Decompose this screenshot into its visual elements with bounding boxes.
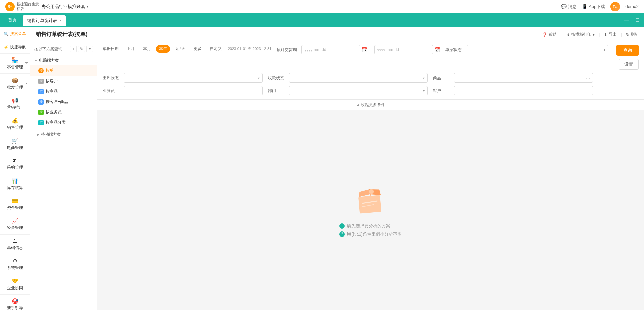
out-status-label: 出库状态	[103, 75, 121, 81]
sidebar-item-operations[interactable]: 📈 经营管理	[0, 214, 30, 235]
logo-icon: 好	[5, 2, 15, 11]
customer-select[interactable]: ···	[454, 86, 593, 95]
sidebar-item-marketing[interactable]: 📢 营销推广	[0, 94, 30, 114]
operations-icon: 📈	[12, 218, 18, 224]
receive-status-select[interactable]: ▾	[289, 73, 428, 83]
app-download-action[interactable]: 📱 App下载	[582, 4, 605, 10]
tree-item-by-category[interactable]: 按 按商品分类	[30, 117, 97, 128]
sidebar-item-newguide[interactable]: 🎯 新手引导	[0, 295, 30, 310]
sidebar-item-retail[interactable]: 🏪 零售管理	[0, 54, 30, 74]
refresh-button[interactable]: ↻ 刷新	[626, 32, 639, 37]
status-select[interactable]: ▾	[467, 45, 608, 54]
tab-bar-actions: — □	[623, 16, 641, 24]
logo-text: 畅捷通好生意 标版	[17, 2, 39, 11]
collapse-bar[interactable]: ∧ 收起更多条件	[97, 100, 644, 110]
main-layout: 🔍 搜索菜单 ⚡ 快捷导航 🏪 零售管理 📦 批发管理 📢 营销推广 💰 销售管…	[0, 27, 644, 310]
inventory-icon: 📊	[12, 177, 18, 184]
salesman-ellipsis[interactable]: ···	[256, 88, 260, 93]
tree-item-by-customer-product[interactable]: 按 按客户+商品	[30, 97, 97, 107]
message-action[interactable]: 💬 消息	[561, 4, 577, 10]
cal-icon1[interactable]: 📅	[362, 47, 367, 52]
tree-item-icon-bycustprod: 按	[38, 99, 44, 105]
tree-item-by-order[interactable]: 按 按单	[30, 65, 97, 76]
customer-ellipsis[interactable]: ···	[586, 88, 590, 93]
sidebar-item-quicknav[interactable]: ⚡ 快捷导航	[0, 41, 30, 54]
tab-maximize-button[interactable]: □	[633, 16, 641, 24]
cal-icon2[interactable]: 📅	[434, 47, 440, 52]
date-btn-more[interactable]: 更多	[191, 45, 205, 53]
sidebar-item-search[interactable]: 🔍 搜索菜单	[0, 27, 30, 41]
help-button[interactable]: ❓ 帮助	[542, 32, 557, 37]
expected-delivery-start[interactable]	[301, 45, 360, 54]
product-select[interactable]: ···	[454, 73, 593, 83]
left-panel: 按以下方案查询 + ✎ « ▼ 电脑端方案 按 按单	[30, 41, 97, 310]
finance-icon: 💳	[12, 198, 18, 204]
sidebar-item-purchase[interactable]: 🛍 采购管理	[0, 154, 30, 174]
divider2: |	[599, 32, 600, 37]
tab-minimize-button[interactable]: —	[623, 16, 631, 24]
tree-toggle-icon: ▼	[34, 59, 38, 62]
date-btn-thisyear[interactable]: 本年	[156, 45, 170, 53]
tree-section-desktop-header[interactable]: ▼ 电脑端方案	[30, 56, 97, 65]
tree-subsection-mobile-header[interactable]: ▶ 移动端方案	[30, 130, 97, 139]
tab-sales-order[interactable]: 销售订单统计表 ×	[23, 15, 66, 26]
breadcrumb-dropdown-icon[interactable]: ▾	[87, 4, 89, 9]
message-icon: 💬	[561, 4, 567, 9]
out-status-select-arrow: ▾	[258, 76, 260, 80]
empty-hint-2: 2 用[过滤]条件来缩小分析范围	[339, 231, 401, 237]
setting-button[interactable]: 设置	[619, 59, 639, 70]
tree-subsection-mobile: ▶ 移动端方案	[30, 129, 97, 140]
tree-item-icon-byproduct: 按	[38, 89, 44, 94]
date-filter-group: 上月 本月 本年 近7天 更多 自定义 2023-01-01 至 2023-12…	[124, 45, 271, 53]
sidebar-item-wholesale[interactable]: 📦 批发管理	[0, 74, 30, 94]
tree-item-icon-byorder: 按	[38, 68, 44, 73]
edit-scheme-button[interactable]: ✎	[78, 46, 85, 52]
refresh-icon: ↻	[626, 32, 629, 37]
sidebar-item-sales[interactable]: 💰 销售管理	[0, 114, 30, 134]
sidebar-item-basic[interactable]: 🗂 基础信息	[0, 235, 30, 254]
svg-marker-1	[359, 189, 370, 197]
tab-close-icon[interactable]: ×	[59, 18, 62, 23]
tree-item-icon-bycustomer: 按	[38, 79, 44, 84]
inner-layout: 按以下方案查询 + ✎ « ▼ 电脑端方案 按 按单	[30, 41, 644, 310]
ecommerce-icon: 🛒	[12, 138, 18, 144]
date-btn-thismonth[interactable]: 本月	[140, 45, 154, 53]
sidebar-item-enterprise[interactable]: 🤝 企业协同	[0, 274, 30, 295]
date-separator: —	[369, 47, 373, 52]
expected-delivery-group: 📅 — 📅	[301, 45, 440, 54]
sidebar-item-inventory[interactable]: 📊 库存核算	[0, 174, 30, 194]
date-btn-lastmonth[interactable]: 上月	[124, 45, 138, 53]
sidebar-item-finance[interactable]: 💳 资金管理	[0, 194, 30, 214]
logo-area[interactable]: 好 畅捷通好生意 标版	[5, 2, 39, 11]
date-btn-7days[interactable]: 近7天	[172, 45, 189, 53]
dept-select[interactable]: ▾	[289, 86, 428, 95]
tab-home[interactable]: 首页	[3, 15, 22, 25]
breadcrumb-area: 办公用品行业模拟账套 ▾	[42, 4, 89, 10]
avatar[interactable]: Ea	[610, 2, 620, 11]
salesman-select[interactable]: ···	[124, 86, 263, 95]
sidebar-item-ecommerce[interactable]: 🛒 电商管理	[0, 134, 30, 154]
add-scheme-button[interactable]: +	[70, 46, 77, 52]
product-ellipsis[interactable]: ···	[586, 75, 590, 81]
search-button[interactable]: 查询	[616, 45, 639, 56]
filter-actions-col: 查询 设置	[616, 45, 639, 70]
collapse-panel-button[interactable]: «	[86, 46, 93, 52]
tree-item-by-customer[interactable]: 按 按客户	[30, 76, 97, 86]
date-btn-custom[interactable]: 自定义	[207, 45, 225, 53]
tree-item-by-product[interactable]: 按 按商品	[30, 86, 97, 97]
tree-item-by-salesman[interactable]: 按 按业务员	[30, 107, 97, 117]
sidebar-item-system[interactable]: ⚙ 系统管理	[0, 254, 30, 274]
wholesale-icon: 📦	[12, 77, 18, 84]
out-status-select[interactable]: ▾	[124, 73, 263, 83]
tree-section-desktop: ▼ 电脑端方案 按 按单 按 按客户 按 按商品	[30, 54, 97, 129]
empty-hints: 1 请先选择要分析的方案 2 用[过滤]条件来缩小分析范围	[339, 223, 401, 239]
export-button[interactable]: ⬇ 导出	[604, 32, 617, 37]
date-label: 单据日期	[103, 46, 121, 52]
right-panel: 单据日期 上月 本月 本年 近7天 更多 自定义 2023-01-01 至 20…	[97, 41, 644, 310]
user-name[interactable]: demo2	[625, 4, 639, 9]
page-actions: ❓ 帮助 | 🖨 按模板打印 ▾ | ⬇ 导出 | ↻ 刷新	[542, 32, 639, 37]
collapse-button[interactable]: ∧ 收起更多条件	[357, 102, 385, 108]
product-label: 商品	[433, 75, 451, 81]
print-button[interactable]: 🖨 按模板打印 ▾	[566, 32, 595, 37]
expected-delivery-end[interactable]	[374, 45, 433, 54]
